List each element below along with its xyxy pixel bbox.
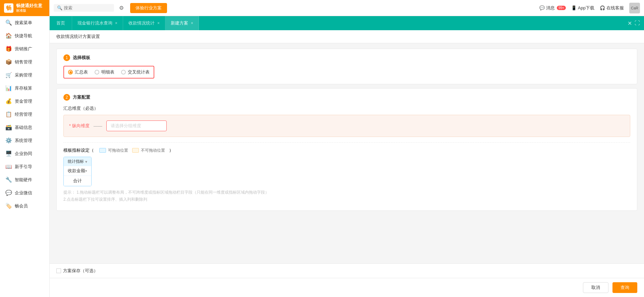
section1-num: 1 — [63, 54, 70, 61]
corp-wechat-icon: 💬 — [5, 190, 12, 196]
sidebar-logo: 畅 畅捷通好生意 标准版 — [0, 0, 49, 16]
indicator-title-text: 模板指标设定（ — [63, 147, 94, 153]
indicator-group-header: 统计指标 ▾ — [64, 157, 91, 166]
indicator-item-total[interactable]: 合计 — [64, 176, 91, 186]
sales-icon: 📦 — [5, 59, 12, 65]
sidebar-item-marketing[interactable]: 🎁 营销推广 — [0, 42, 49, 55]
indicator-item-amount[interactable]: 收款金额 ▾ — [64, 166, 91, 176]
marketing-icon: 🎁 — [5, 46, 12, 52]
sidebar-item-corp-collab[interactable]: 🖥️ 企业协同 — [0, 147, 49, 160]
form-area: 1 选择模板 汇总表 明细表 交叉统计表 — [50, 43, 644, 263]
summary-dim-title: 汇总维度（必选） — [63, 105, 630, 111]
indicator-legend: 可拖动位置 不可拖动位置 ） — [99, 147, 173, 153]
indicator-header: 模板指标设定（ 可拖动位置 不可拖动位置 ） — [63, 147, 630, 153]
sidebar-item-inventory[interactable]: 📊 库存核算 — [0, 82, 49, 95]
template-section-title: 1 选择模板 — [63, 54, 630, 61]
radio-summary[interactable]: 汇总表 — [68, 69, 88, 75]
message-icon: 💬 — [539, 5, 545, 10]
message-button[interactable]: 💬 消息 99+ — [539, 5, 566, 11]
save-checkbox[interactable] — [56, 268, 61, 273]
tab-new-plan-close[interactable]: × — [191, 21, 193, 26]
tab-home[interactable]: 首页 — [50, 16, 72, 30]
sidebar-item-label: 基础信息 — [15, 125, 32, 131]
purchase-icon: 🛒 — [5, 72, 12, 78]
maximize-icon[interactable]: ⛶ — [635, 20, 640, 26]
sidebar-item-base-info[interactable]: 🗃️ 基础信息 — [0, 121, 49, 134]
legend-fixed: 不可拖动位置 — [132, 148, 165, 153]
search-menu-icon: 🔍 — [5, 19, 12, 26]
download-icon: 📱 — [571, 5, 577, 10]
tip-1: 提示： 1.拖动标题栏可以调整布局，不可跨维度或指标区域拖动栏目字段（只能在同一… — [63, 190, 630, 195]
sidebar-item-operation[interactable]: 📋 经营管理 — [0, 108, 49, 121]
sidebar-item-label: 新手引导 — [15, 164, 32, 170]
sidebar-item-corp-wechat[interactable]: 💬 企业微信 — [0, 186, 49, 199]
sidebar-item-member[interactable]: 🏷️ 畅会员 — [0, 199, 49, 212]
sidebar-item-sys-mgmt[interactable]: ⚙️ 系统管理 — [0, 134, 49, 147]
indicator-title-close: ） — [169, 147, 173, 153]
sidebar-item-label: 智能硬件 — [15, 177, 32, 183]
dimension-area: * 纵向维度 —— 请选择分组维度 — [63, 115, 630, 137]
tip-2: 2.点击标题栏下拉可设置排序、插入列和删除列 — [63, 197, 630, 202]
tab-bank-flow-close[interactable]: × — [115, 21, 117, 26]
sidebar-item-label: 系统管理 — [15, 138, 32, 144]
quick-nav-icon: 🏠 — [5, 33, 12, 39]
smart-hw-icon: 🔧 — [5, 177, 12, 183]
operation-icon: 📋 — [5, 111, 12, 117]
tabbar-actions: ✕ ⛶ — [628, 20, 644, 27]
service-icon: 🎧 — [600, 5, 605, 10]
section2-num: 2 — [63, 94, 70, 101]
gear-icon[interactable]: ⚙ — [117, 3, 126, 13]
online-service-button[interactable]: 🎧 在线客服 — [600, 5, 624, 11]
query-button[interactable]: 查询 — [612, 282, 637, 293]
config-section-title: 2 方案配置 — [63, 94, 630, 101]
dimension-row: * 纵向维度 —— 请选择分组维度 — [69, 120, 625, 131]
cancel-button[interactable]: 取消 — [583, 282, 608, 293]
main-area: 🔍 ⚙ 体验行业方案 💬 消息 99+ 📱 App下载 🎧 在线客服 CaR — [50, 0, 644, 297]
logo-icon: 畅 — [4, 3, 13, 13]
tab-home-label: 首页 — [56, 20, 65, 26]
sidebar-item-label: 畅会员 — [15, 203, 28, 209]
trial-button[interactable]: 体验行业方案 — [130, 3, 167, 13]
vertical-dim-placeholder: 请选择分组维度 — [111, 123, 141, 129]
close-all-icon[interactable]: ✕ — [628, 20, 632, 27]
tab-bank-flow-label: 现金银行流水查询 — [77, 20, 112, 26]
radio-cross[interactable]: 交叉统计表 — [121, 69, 150, 75]
search-input[interactable] — [64, 5, 104, 10]
search-icon: 🔍 — [57, 5, 62, 10]
sidebar-item-finance[interactable]: 💰 资金管理 — [0, 95, 49, 108]
legend-movable: 可拖动位置 — [99, 148, 128, 153]
tab-receipt-stat-label: 收款情况统计 — [128, 20, 155, 26]
tab-new-plan-label: 新建方案 — [171, 20, 188, 26]
sidebar-item-label: 快捷导航 — [15, 33, 32, 39]
save-label: 方案保存（可选） — [63, 268, 98, 274]
radio-detail[interactable]: 明细表 — [95, 69, 114, 75]
tab-bank-flow[interactable]: 现金银行流水查询 × — [72, 16, 123, 30]
sidebar-item-label: 销售管理 — [15, 59, 32, 65]
indicator-group-label: 统计指标 — [68, 159, 84, 164]
sidebar-item-newbie[interactable]: 📖 新手引导 — [0, 160, 49, 173]
tab-receipt-stat[interactable]: 收款情况统计 × — [123, 16, 165, 30]
sidebar-item-label: 采购管理 — [15, 72, 32, 78]
chevron-down-icon[interactable]: ▾ — [85, 159, 87, 164]
fixed-label: 不可拖动位置 — [141, 148, 165, 153]
sidebar-item-quick-nav[interactable]: 🏠 快捷导航 — [0, 29, 49, 42]
tabbar: 首页 现金银行流水查询 × 收款情况统计 × 新建方案 × ✕ ⛶ — [50, 16, 644, 30]
tab-new-plan[interactable]: 新建方案 × — [165, 16, 199, 30]
sys-mgmt-icon: ⚙️ — [5, 137, 12, 144]
newbie-icon: 📖 — [5, 163, 12, 170]
sidebar-item-smart-hw[interactable]: 🔧 智能硬件 — [0, 173, 49, 186]
tab-receipt-stat-close[interactable]: × — [157, 21, 160, 26]
user-avatar[interactable]: CaR — [629, 3, 640, 13]
sidebar-item-search-menu[interactable]: 🔍 搜索菜单 — [0, 16, 49, 29]
sidebar-item-label: 营销推广 — [15, 46, 32, 52]
sidebar-item-sales[interactable]: 📦 销售管理 — [0, 55, 49, 68]
sidebar-item-label: 企业协同 — [15, 151, 32, 157]
app-download-button[interactable]: 📱 App下载 — [571, 5, 594, 11]
vertical-dim-select[interactable]: 请选择分组维度 — [106, 120, 167, 131]
topbar-search-box[interactable]: 🔍 — [54, 4, 114, 12]
message-badge: 99+ — [557, 6, 566, 10]
sidebar-item-label: 经营管理 — [15, 111, 32, 117]
tips-area: 提示： 1.拖动标题栏可以调整布局，不可跨维度或指标区域拖动栏目字段（只能在同一… — [63, 186, 630, 205]
sidebar-item-purchase[interactable]: 🛒 采购管理 — [0, 68, 49, 82]
vertical-dim-label: * 纵向维度 — [69, 123, 90, 129]
